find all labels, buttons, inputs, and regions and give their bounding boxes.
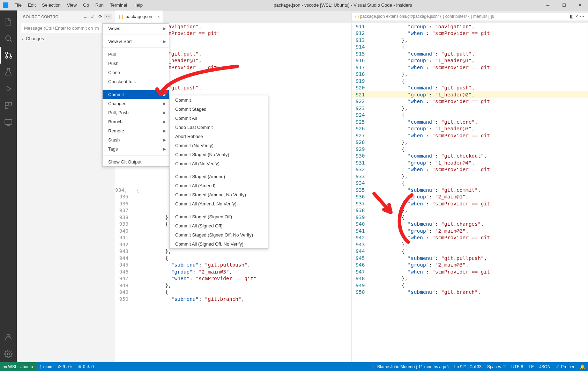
code-line[interactable]: 940 "submenu": "git.changes", — [352, 221, 588, 228]
menu-help[interactable]: Help — [130, 0, 146, 10]
code-line[interactable]: 936 "group": "2_main@1", — [352, 194, 588, 201]
breadcrumb-path[interactable]: extensions/git/package.json/ — [386, 14, 439, 19]
menu-item-stash[interactable]: Stash▶ — [103, 135, 169, 144]
remote-indicator[interactable]: ⇋ WSL: Ubuntu — [0, 362, 37, 371]
code-line[interactable]: 945 "submenu": "git.pullpush", — [115, 262, 351, 269]
close-window-button[interactable]: ✕ — [572, 0, 588, 10]
menu-item-clone[interactable]: Clone — [103, 68, 169, 77]
code-line[interactable]: 915 "command": "git.pull", — [352, 50, 588, 57]
split-editor-icon[interactable]: ◧ — [570, 14, 573, 19]
scm-changes[interactable]: ⌄ Changes — [17, 33, 115, 44]
code-line[interactable]: 912 "when": "scmProvider == git" — [352, 30, 588, 37]
breadcrumb-file[interactable]: package.json — [360, 14, 385, 19]
menu-item-commit-staged-amend-[interactable]: Commit Staged (Amend) — [170, 172, 268, 181]
menu-terminal[interactable]: Terminal — [107, 0, 130, 10]
code-line[interactable]: 945 "submenu": "git.pullpush", — [352, 255, 588, 262]
status-spaces[interactable]: Spaces: 2 — [484, 364, 508, 369]
code-line[interactable]: 922 "when": "scmProvider == git" — [352, 98, 588, 105]
status-eol[interactable]: LF — [526, 364, 536, 369]
menu-run[interactable]: Run — [92, 0, 107, 10]
code-line[interactable]: 934 { — [352, 180, 588, 187]
code-line[interactable]: 929 { — [352, 146, 588, 153]
settings-gear-icon[interactable] — [0, 345, 17, 362]
code-line[interactable]: 927 "when": "scmProvider == git" — [352, 132, 588, 139]
menu-item-views[interactable]: Views▶ — [103, 24, 169, 33]
status-prettier[interactable]: ✓ Prettier — [553, 364, 577, 369]
code-line[interactable]: 949 { — [352, 282, 588, 289]
code-line[interactable]: 914 { — [352, 44, 588, 51]
code-line[interactable]: 949 { — [115, 289, 351, 296]
menu-item-view-sort[interactable]: View & Sort▶ — [103, 37, 169, 46]
menu-item-commit-all-amend-no-verify-[interactable]: Commit All (Amend, No Verify) — [170, 199, 268, 208]
debug-icon[interactable] — [0, 80, 17, 97]
code-line[interactable]: 916 "group": "1_header@1", — [352, 57, 588, 64]
code-line[interactable]: 931 "group": "1_header@4", — [352, 159, 588, 166]
menu-item-commit-staged-no-verify-[interactable]: Commit Staged (No Verify) — [170, 150, 268, 159]
menu-item-pull-push[interactable]: Pull, Push▶ — [103, 108, 169, 117]
menu-selection[interactable]: Selection — [39, 0, 64, 10]
menu-item-commit[interactable]: Commit▶ — [103, 90, 169, 99]
status-branch[interactable]: ᚶ main — [37, 364, 55, 369]
code-line[interactable]: 933 }, — [352, 173, 588, 180]
code-line[interactable]: 928 }, — [352, 139, 588, 146]
menu-item-commit-all-no-verify-[interactable]: Commit All (No Verify) — [170, 159, 268, 168]
refresh-icon[interactable]: ⟳ — [97, 14, 104, 20]
code-line[interactable]: 920 "command": "git.push", — [352, 85, 588, 92]
code-line[interactable]: 911 "group": "navigation", — [352, 23, 588, 30]
source-control-icon[interactable] — [0, 47, 17, 64]
menu-edit[interactable]: Edit — [25, 0, 39, 10]
code-line[interactable]: 948 }, — [352, 275, 588, 282]
commit-check-icon[interactable]: ✓ — [89, 14, 97, 20]
code-line[interactable]: 918 }, — [352, 71, 588, 78]
code-line[interactable]: 950 "submenu": "git.branch", — [352, 289, 588, 296]
menu-item-commit-staged[interactable]: Commit Staged — [170, 104, 268, 114]
more-actions-icon[interactable]: ⋯ — [104, 14, 112, 20]
menu-item-pull[interactable]: Pull — [103, 50, 169, 59]
status-blame[interactable]: 👤 Blame João Moreno ( 11 months ago ) — [368, 364, 452, 369]
menu-item-push[interactable]: Push — [103, 59, 169, 68]
code-line[interactable]: 925 "command": "git.clone", — [352, 118, 588, 125]
menu-item-commit-all-signed-off-[interactable]: Commit All (Signed Off) — [170, 221, 268, 230]
code-line[interactable]: 944 { — [115, 255, 351, 262]
menu-item-commit-all-signed-off-no-verify-[interactable]: Commit All (Signed Off, No Verify) — [170, 239, 268, 248]
code-line[interactable]: 942 "when": "scmProvider == git" — [352, 234, 588, 241]
menu-item-show-git-output[interactable]: Show Git Output — [103, 157, 169, 166]
code-line[interactable]: 948 }, — [115, 282, 351, 289]
explorer-icon[interactable] — [0, 13, 17, 30]
menu-item-abort-rebase[interactable]: Abort Rebase — [170, 132, 268, 141]
menu-item-commit-all-amend-[interactable]: Commit All (Amend) — [170, 181, 268, 190]
code-editor-right[interactable]: 911 "group": "navigation",912 "when": "s… — [352, 23, 588, 362]
code-line[interactable]: 923 }, — [352, 105, 588, 112]
code-line[interactable]: 919 { — [352, 78, 588, 85]
menu-item-branch[interactable]: Branch▶ — [103, 117, 169, 126]
code-line[interactable]: 935 "submenu": "git.commit", — [352, 187, 588, 194]
status-notifications[interactable]: 🔔 — [577, 364, 588, 369]
menu-item-commit-staged-signed-off-no-verify-[interactable]: Commit Staged (Signed Off, No Verify) — [170, 230, 268, 239]
menu-item-checkout-to-[interactable]: Checkout to... — [103, 77, 169, 86]
menu-go[interactable]: Go — [80, 0, 92, 10]
close-icon[interactable]: × — [575, 14, 578, 19]
testing-icon[interactable] — [0, 64, 17, 80]
menu-item-changes[interactable]: Changes▶ — [103, 99, 169, 108]
status-cursor[interactable]: Ln 921, Col 33 — [452, 364, 484, 369]
more-icon[interactable]: ⋯ — [580, 14, 584, 19]
commit-message-input[interactable]: Message (Ctrl+Enter to commit on 'm — [21, 23, 111, 33]
code-line[interactable]: 947 "when": "scmProvider == git" — [115, 275, 351, 282]
menu-item-remote[interactable]: Remote▶ — [103, 126, 169, 135]
view-tree-icon[interactable]: ≡ — [81, 14, 89, 20]
minimize-button[interactable]: ─ — [540, 0, 556, 10]
code-line[interactable]: 943 }, — [352, 241, 588, 248]
code-line[interactable]: 921 "group": "1_header@2", — [352, 91, 588, 98]
code-line[interactable]: 939 { — [352, 214, 588, 221]
menu-item-tags[interactable]: Tags▶ — [103, 144, 169, 153]
code-line[interactable]: 946 "group": "2_main@3", — [352, 262, 588, 269]
menu-item-commit-staged-amend-no-verify-[interactable]: Commit Staged (Amend, No Verify) — [170, 190, 268, 199]
code-line[interactable]: 950 "submenu": "git.branch", — [115, 296, 351, 303]
maximize-button[interactable]: ☐ — [556, 0, 572, 10]
menu-item-commit-staged-signed-off-[interactable]: Commit Staged (Signed Off) — [170, 212, 268, 221]
status-lang[interactable]: JSON — [536, 364, 553, 369]
code-line[interactable]: 932 "when": "scmProvider == git" — [352, 166, 588, 173]
search-icon[interactable] — [0, 30, 17, 47]
code-line[interactable]: 944 { — [352, 248, 588, 255]
menu-item-commit[interactable]: Commit — [170, 95, 268, 104]
